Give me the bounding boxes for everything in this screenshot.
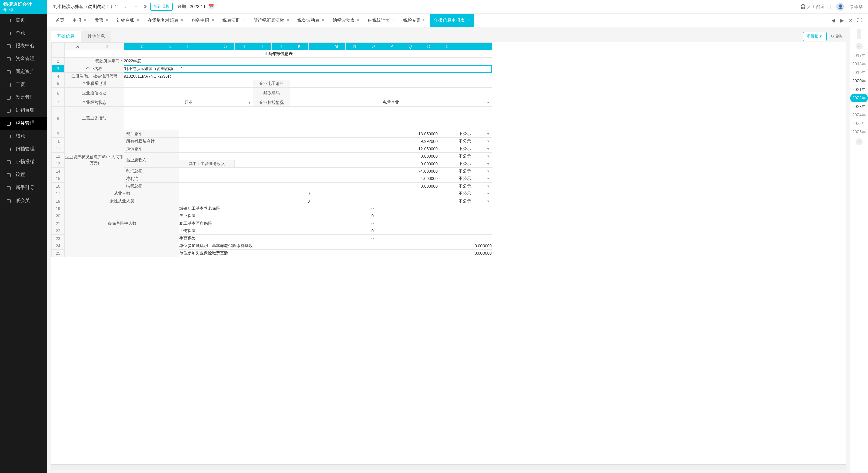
tab-close-icon[interactable]: ✕ [105, 18, 108, 22]
sidebar-item[interactable]: ▢税务管理 [0, 117, 47, 130]
column-header[interactable]: O [364, 43, 382, 50]
tab-other-info[interactable]: 其他信息 [81, 31, 111, 42]
column-header[interactable]: H [235, 43, 253, 50]
account-selector[interactable]: 刘小艳演示账套（勿删勿动！）1 [53, 4, 117, 10]
tab[interactable]: 税表清册✕ [218, 14, 249, 27]
tab[interactable]: 首页 [52, 14, 68, 27]
column-header[interactable]: C [124, 43, 161, 50]
tab[interactable]: 年报信息申报表✕ [430, 14, 474, 27]
tab-close-icon[interactable]: ✕ [242, 18, 245, 22]
sidebar-item[interactable]: ▢进销台账 [0, 104, 47, 117]
sidebar-item[interactable]: ▢报表中心 [0, 39, 47, 52]
column-header[interactable]: L [309, 43, 327, 50]
company-name-cell[interactable]: 刘小艳演示账套（勿删勿动！）1 [124, 65, 492, 73]
column-header[interactable]: M [327, 43, 345, 50]
tab-close-icon[interactable]: ✕ [321, 18, 324, 22]
username[interactable]: 徐泽华 [849, 4, 863, 10]
sidebar-item[interactable]: ▢归档管理 [0, 143, 47, 155]
sidebar-item[interactable]: ▢资金管理 [0, 52, 47, 65]
tab[interactable]: 纳税波动表✕ [329, 14, 364, 27]
nav-icon: ▢ [5, 197, 12, 204]
tabs-bar: 首页申报✕发票✕进销台账✕存货别名对照表✕税务申报✕税表清册✕所得税汇算清缴✕税… [47, 14, 868, 27]
tab-next-icon[interactable]: ▶ [837, 18, 846, 23]
tab[interactable]: 进销台账✕ [113, 14, 143, 27]
spreadsheet[interactable]: ABCDEFGHIJKLMNOPQRST 1工商年报信息表 2税款所属期间：20… [51, 42, 846, 464]
column-header[interactable]: P [382, 43, 401, 50]
tab-close-icon[interactable]: ✕ [357, 18, 360, 22]
sidebar-item[interactable]: ▢结账 [0, 130, 47, 143]
tab-close-icon[interactable]: ✕ [136, 18, 139, 22]
tab[interactable]: 税负波动表✕ [293, 14, 329, 27]
column-header[interactable]: F [198, 43, 216, 50]
sidebar-item[interactable]: ▢设置 [0, 168, 47, 181]
tab-close-all-icon[interactable]: ✕ [846, 18, 855, 23]
sidebar-item[interactable]: ▢固定资产 [0, 65, 47, 78]
year-item[interactable]: 2026年 [850, 128, 868, 136]
sidebar-item[interactable]: ▢小畅报销 [0, 155, 47, 168]
tab[interactable]: 税检专家✕ [399, 14, 430, 27]
year-down-icon[interactable]: ﹀ [856, 138, 863, 145]
tab-basic-info[interactable]: 基础信息 [51, 31, 81, 42]
tab[interactable]: 申报✕ [68, 14, 91, 27]
tab[interactable]: 存货别名对照表✕ [143, 14, 188, 27]
tab-close-icon[interactable]: ✕ [392, 18, 395, 22]
year-item[interactable]: 2018年 [850, 60, 868, 69]
sidebar-item[interactable]: ▢畅会员 [0, 194, 47, 207]
reset-report-button[interactable]: 重置报表 [803, 32, 827, 41]
tab-close-icon[interactable]: ✕ [467, 18, 470, 22]
tab[interactable]: 发票✕ [91, 14, 113, 27]
tab[interactable]: 税务申报✕ [188, 14, 218, 27]
year-item[interactable]: 2017年 [850, 52, 868, 60]
brand-edition: 专业版 [3, 7, 32, 12]
sidebar-item[interactable]: ▢总账 [0, 26, 47, 39]
avatar[interactable]: 👤 [836, 3, 844, 11]
column-header[interactable]: B [91, 43, 124, 50]
column-header[interactable]: D [161, 43, 179, 50]
year-item[interactable]: 2022年 [850, 94, 868, 102]
year-item[interactable]: 2025年 [850, 119, 868, 128]
tab-close-icon[interactable]: ✕ [423, 18, 426, 22]
year-item[interactable]: 2020年 [850, 77, 868, 86]
year-up-icon[interactable]: ︿ [856, 43, 863, 50]
horizontal-scrollbar[interactable] [51, 464, 846, 470]
column-header[interactable]: R [419, 43, 438, 50]
column-header[interactable]: E [179, 43, 198, 50]
sidebar-item[interactable]: ▢首页 [0, 14, 47, 26]
tab-close-icon[interactable]: ✕ [211, 18, 214, 22]
sidebar-item[interactable]: ▢工资 [0, 78, 47, 91]
tab-close-icon[interactable]: ✕ [180, 18, 183, 22]
switch-old-version-button[interactable]: 切到旧版 [150, 3, 173, 11]
year-item[interactable]: 2021年 [850, 86, 868, 94]
sidebar-item[interactable]: ▢发票管理 [0, 91, 47, 104]
calendar-icon[interactable]: 📅 [209, 4, 214, 9]
grid-corner[interactable] [52, 43, 65, 50]
year-item[interactable]: 2019年 [850, 69, 868, 77]
nav-icon: ▢ [5, 159, 12, 165]
collapse-panel-icon[interactable]: ‹ [857, 29, 861, 39]
tab[interactable]: 所得税汇算清缴✕ [249, 14, 293, 27]
fullscreen-icon[interactable]: ⛶ [855, 18, 864, 23]
column-header[interactable]: N [346, 43, 364, 50]
column-header[interactable]: G [216, 43, 235, 50]
period-value[interactable]: 2023-11 [190, 4, 206, 9]
gear-icon[interactable]: ⚙ [143, 4, 147, 9]
support-link[interactable]: 🎧 人工咨询 [800, 4, 825, 10]
year-item[interactable]: 2023年 [850, 102, 868, 111]
column-header[interactable]: T [456, 43, 492, 50]
column-header[interactable]: Q [401, 43, 419, 50]
sidebar-item[interactable]: ▢新手引导 [0, 181, 47, 194]
refresh-button[interactable]: ↻ 刷新 [831, 34, 844, 39]
tab-close-icon[interactable]: ✕ [286, 18, 289, 22]
column-header[interactable]: K [290, 43, 308, 50]
tab-close-icon[interactable]: ✕ [83, 18, 86, 22]
column-header[interactable]: A [65, 43, 91, 50]
account-dropdown-icon[interactable]: ⌄ [124, 4, 127, 9]
tab[interactable]: 纳税统计表✕ [364, 14, 399, 27]
tab-prev-icon[interactable]: ◀ [829, 18, 837, 23]
column-header[interactable]: S [438, 43, 456, 50]
year-item[interactable]: 2024年 [850, 111, 868, 119]
column-header[interactable]: J [272, 43, 290, 50]
add-icon[interactable]: ＋ [134, 4, 138, 10]
nav-icon: ▢ [5, 172, 12, 178]
column-header[interactable]: I [253, 43, 271, 50]
